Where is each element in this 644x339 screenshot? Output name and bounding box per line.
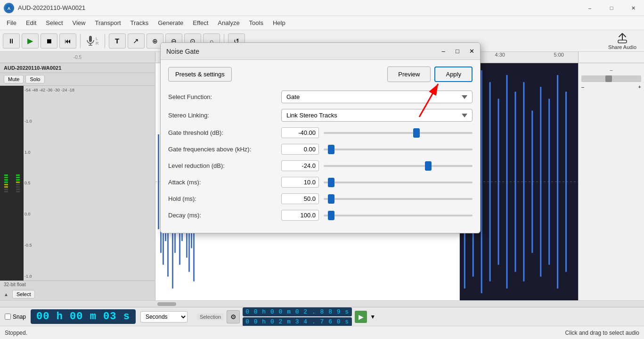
gate-frequencies-slider-track: [324, 149, 473, 150]
skip-start-button[interactable]: ⏮: [59, 33, 76, 49]
selection-time2: 0 0 h 0 2 m 3 4 . 7 6 0 s: [243, 317, 352, 326]
dialog-minimize-button[interactable]: –: [437, 45, 450, 58]
db-label-0: 0.0: [24, 212, 154, 216]
hold-input[interactable]: [281, 193, 319, 204]
scrollbar-thumb[interactable]: [157, 302, 176, 306]
play-button[interactable]: ▶: [22, 33, 39, 49]
decay-slider-thumb[interactable]: [328, 211, 334, 220]
status-left: Stopped.: [5, 330, 27, 336]
share-audio-button[interactable]: Share Audio: [608, 32, 641, 50]
level-reduction-input[interactable]: [281, 160, 319, 171]
ruler-right-spacer: [578, 52, 644, 63]
dialog-close-button[interactable]: ✕: [465, 45, 478, 58]
attack-slider-thumb[interactable]: [328, 178, 334, 187]
stop-button[interactable]: ⏹: [41, 33, 57, 49]
zoom-slider-thumb[interactable]: [605, 75, 612, 82]
gate-frequencies-slider-thumb[interactable]: [328, 145, 334, 154]
status-right: Click and drag to select audio: [565, 330, 639, 336]
titlebar: A AUD-20220110-WA0021 – □ ✕: [0, 0, 644, 16]
gate-frequencies-input[interactable]: [281, 144, 319, 155]
attack-slider-track: [324, 182, 473, 183]
track-scale-area: -54 -48 -42 -36 -30 -24 -18 -1.0 1.0 0.5…: [0, 86, 155, 281]
zoom-controls: – +: [581, 75, 641, 90]
zoom-labels: – +: [581, 84, 641, 90]
hold-slider-thumb[interactable]: [328, 194, 334, 204]
menu-edit[interactable]: Edit: [21, 17, 41, 28]
stereo-linking-label: Stereo Linking:: [168, 112, 281, 119]
menu-transport[interactable]: Transport: [90, 17, 125, 28]
svg-text:A: A: [8, 6, 11, 11]
window-controls: – □ ✕: [579, 0, 644, 16]
right-panel: – – +: [578, 63, 644, 300]
level-reduction-label: Level reduction (dB):: [168, 162, 281, 169]
snap-checkbox[interactable]: [5, 314, 11, 320]
menu-generate[interactable]: Generate: [153, 17, 188, 28]
zoom-minus[interactable]: –: [581, 84, 584, 90]
pause-button[interactable]: ⏸: [3, 33, 20, 49]
vu-meter: [0, 86, 24, 281]
gate-threshold-slider-track: [324, 132, 473, 134]
selection-dropdown-arrow[interactable]: ▼: [370, 314, 375, 320]
svg-rect-35: [489, 82, 491, 281]
menu-analyze[interactable]: Analyze: [213, 17, 244, 28]
dialog-maximize-button[interactable]: □: [451, 45, 464, 58]
dialog-top-row: Presets & settings Preview Apply: [168, 66, 473, 82]
menu-effect[interactable]: Effect: [188, 17, 213, 28]
presets-settings-button[interactable]: Presets & settings: [168, 67, 232, 82]
attack-input[interactable]: [281, 177, 319, 188]
solo-button[interactable]: Solo: [25, 75, 44, 83]
cursor-tool-button[interactable]: ↗: [128, 33, 145, 49]
menu-view[interactable]: View: [68, 17, 90, 28]
apply-button[interactable]: Apply: [434, 66, 473, 82]
select-function-dropdown[interactable]: Gate Noise Gate Expander: [281, 91, 473, 103]
menubar: File Edit Select View Transport Tracks G…: [0, 16, 644, 30]
ruler-5-00: 5:00: [554, 52, 564, 58]
ruler-left-label: -0.5: [73, 55, 82, 60]
track-info-panel: AUD-20220110-WA0021 Mute Solo: [0, 63, 155, 300]
level-reduction-slider-thumb[interactable]: [425, 161, 432, 171]
horizontal-scrollbar[interactable]: [0, 300, 644, 307]
menu-file[interactable]: File: [2, 17, 21, 28]
select-button[interactable]: Select: [12, 290, 35, 298]
gate-threshold-slider-thumb[interactable]: [413, 128, 420, 138]
attack-slider-container: [324, 178, 473, 187]
decay-input[interactable]: [281, 210, 319, 221]
param-row-gate-threshold: Gate threshold (dB):: [168, 127, 473, 138]
svg-rect-2: [89, 36, 92, 42]
hold-slider-track: [324, 198, 473, 200]
selection-settings-button[interactable]: ⚙: [227, 310, 240, 323]
seconds-dropdown[interactable]: Seconds: [140, 311, 187, 322]
snap-checkbox-label[interactable]: Snap: [5, 314, 26, 320]
db-scale-area: -54 -48 -42 -36 -30 -24 -18 -1.0 1.0 0.5…: [24, 86, 155, 281]
close-button[interactable]: ✕: [622, 0, 644, 16]
vu-left: [4, 174, 8, 192]
status-bar: Stopped. Click and drag to select audio: [0, 326, 644, 339]
decay-slider-track: [324, 215, 473, 216]
mic-area: LR: [84, 35, 101, 47]
text-tool-button[interactable]: T: [109, 33, 126, 49]
selection-section: Selection ⚙ 0 0 h 0 0 m 0 2 . 8 8 9 s 0 …: [197, 307, 375, 326]
svg-rect-43: [557, 75, 558, 289]
menu-select[interactable]: Select: [41, 17, 67, 28]
gate-threshold-input[interactable]: [281, 127, 319, 138]
minimize-button[interactable]: –: [579, 0, 601, 16]
zoom-slider-track[interactable]: [581, 75, 641, 82]
stereo-linking-dropdown[interactable]: Link Stereo Tracks Unlink Stereo Tracks: [281, 109, 473, 122]
preview-button[interactable]: Preview: [387, 66, 431, 82]
dialog-title: Noise Gate: [166, 48, 199, 55]
dialog-titlebar: Noise Gate – □ ✕: [161, 43, 480, 60]
menu-tracks[interactable]: Tracks: [126, 17, 154, 28]
mute-button[interactable]: Mute: [4, 75, 24, 83]
toolbar-separator1: [80, 34, 81, 48]
svg-rect-39: [523, 82, 524, 281]
gate-frequencies-label: Gate frequencies above (kHz):: [168, 146, 281, 153]
collapse-icon[interactable]: ▲: [4, 292, 8, 297]
maximize-button[interactable]: □: [601, 0, 622, 16]
zoom-plus[interactable]: +: [638, 84, 641, 90]
param-row-level-reduction: Level reduction (dB):: [168, 160, 473, 171]
selection-play-button[interactable]: ▶: [355, 311, 367, 323]
transport-bottom: Snap 00 h 00 m 03 s Seconds Selection ⚙ …: [0, 307, 644, 326]
menu-help[interactable]: Help: [268, 17, 290, 28]
decay-slider-container: [324, 211, 473, 220]
menu-tools[interactable]: Tools: [245, 17, 268, 28]
